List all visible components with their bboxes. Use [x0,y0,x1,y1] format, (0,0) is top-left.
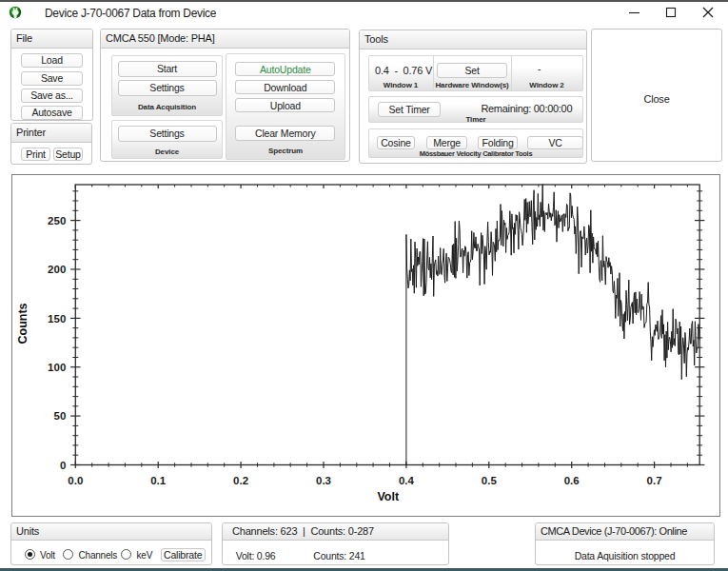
svg-text:50: 50 [54,410,67,422]
svg-text:Counts: Counts [16,303,30,344]
svg-text:250: 250 [48,215,66,226]
svg-text:0.6: 0.6 [564,475,580,486]
svg-text:0.7: 0.7 [647,475,662,486]
svg-text:0.1: 0.1 [150,475,167,486]
svg-text:0.5: 0.5 [482,475,498,486]
svg-text:0: 0 [60,460,66,471]
svg-text:150: 150 [48,313,66,325]
svg-text:200: 200 [48,264,66,275]
svg-text:0.4: 0.4 [399,475,415,486]
svg-text:Volt: Volt [377,490,400,503]
svg-text:0.0: 0.0 [68,475,83,486]
svg-text:100: 100 [48,362,66,373]
svg-text:0.2: 0.2 [233,475,248,486]
svg-text:0.3: 0.3 [316,475,331,486]
